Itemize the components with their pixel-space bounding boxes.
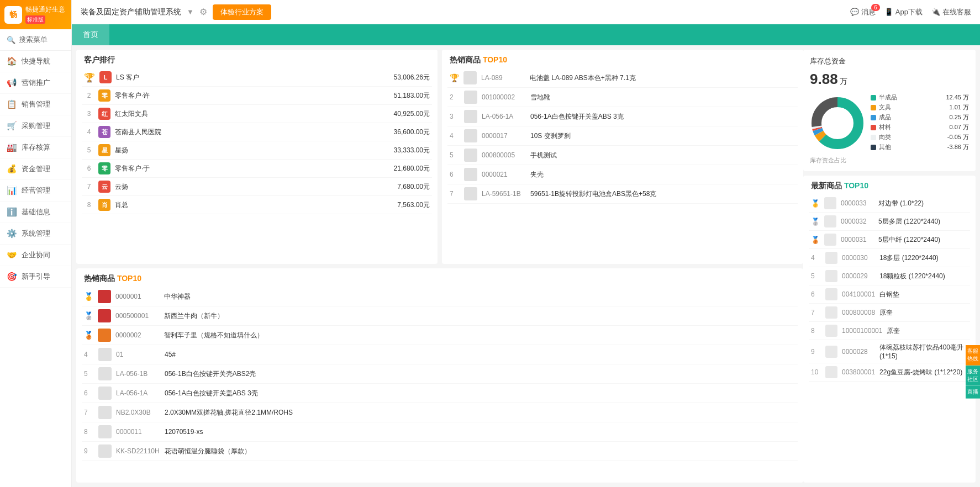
collab-icon: 🤝 — [7, 250, 17, 260]
topbar: 装备及固定资产辅助管理系统 ▼ ⚙ 体验行业方案 💬 消息 6 📱 App下载 … — [72, 0, 980, 24]
legend-item: 材料 0.07 万 — [871, 123, 969, 131]
basics-icon: ℹ️ — [7, 207, 17, 217]
new-products-panel: 最新商品 TOP10 🥇 0000033 对边带 (1.0*22) 🥈 0000… — [803, 176, 976, 483]
new-product-item: 6 004100001 白钢垫 — [809, 285, 970, 304]
phone-icon: 📱 — [884, 8, 893, 16]
system-name: 装备及固定资产辅助管理系统 — [81, 7, 181, 17]
float-service[interactable]: 客服热线 — [966, 345, 980, 366]
new-products-header: 最新商品 TOP10 — [803, 176, 976, 194]
sidebar-item-basics[interactable]: ℹ️ 基础信息 — [0, 202, 71, 223]
top-product-item: 6 0000021 夹壳 — [447, 165, 798, 184]
customer-rank-item: 8 肖 肖总 7,563.00元 — [82, 196, 432, 214]
top-product-item: 3 LA-056-1A 056-1A白色按键开关盖ABS 3克 — [447, 107, 798, 126]
customer-rank-item: 3 红 红太阳文具 40,925.00元 — [82, 105, 432, 123]
customer-rank-item: 🏆 L LS 客户 53,006.26元 — [82, 68, 432, 87]
hot-product-item: 4 01 45# — [82, 345, 798, 364]
new-product-item: 🥉 0000031 5层中纤 (1220*2440) — [809, 231, 970, 249]
hot-product-item: 🥈 000500001 新西兰牛肉（新牛） — [82, 306, 798, 326]
sidebar-search[interactable]: 🔍 搜索菜单 — [0, 29, 71, 51]
hot-product-item: 9 KK-SD22110H 花语萌恒温分腿睡袋（厚款） — [82, 442, 798, 461]
hot-products-list: 🥇 0000001 中华神器 🥈 000500001 新西兰牛肉（新牛） 🥉 0… — [76, 287, 803, 483]
purchase-icon: 🛒 — [7, 121, 17, 131]
sidebar-item-collab[interactable]: 🤝 企业协同 — [0, 245, 71, 266]
marketing-icon: 📢 — [7, 78, 17, 88]
sidebar-item-guide[interactable]: 🎯 新手引导 — [0, 266, 71, 288]
sidebar-item-purchase[interactable]: 🛒 采购管理 — [0, 115, 71, 137]
sales-icon: 📋 — [7, 99, 17, 109]
customer-rank-list: 🏆 L LS 客户 53,006.26元 2 零 零售客户·许 51,183.0… — [76, 68, 438, 264]
inventory-panel: 库存总资金 9.88 万 — [803, 50, 976, 171]
service-icon: 🔌 — [931, 8, 940, 16]
dropdown-icon[interactable]: ▼ — [187, 8, 194, 16]
top-products-panel: 热销商品 TOP10 🏆 LA-089 电池盖 LA-089 ABS本色+黑种 … — [442, 50, 803, 264]
sidebar-item-operations[interactable]: 📊 经营管理 — [0, 180, 71, 202]
service-button[interactable]: 🔌 在线客服 — [931, 7, 971, 17]
hot-product-item: 🥉 0000002 智利车子里（规格不知道填什么） — [82, 326, 798, 345]
customer-rank-item: 4 苍 苍南县人民医院 36,600.00元 — [82, 123, 432, 141]
sidebar-item-marketing[interactable]: 📢 营销推广 — [0, 72, 71, 94]
system-icon: ⚙️ — [7, 229, 17, 239]
gear-icon[interactable]: ⚙ — [199, 7, 207, 17]
customer-ranking-panel: 客户排行 🏆 L LS 客户 53,006.26元 2 零 零售客户·许 51,… — [76, 50, 438, 264]
sidebar: 畅 畅捷通好生意 标准版 🔍 搜索菜单 🏠 快捷导航 📢 营销推广 📋 销售管理… — [0, 0, 72, 487]
logo-badge: 标准版 — [25, 15, 45, 24]
sidebar-item-inventory[interactable]: 🏭 库存核算 — [0, 137, 71, 158]
legend-item: 其他 -3.86 万 — [871, 143, 969, 151]
sidebar-item-sales[interactable]: 📋 销售管理 — [0, 94, 71, 115]
message-button[interactable]: 💬 消息 6 — [850, 7, 876, 17]
customer-rank-item: 2 零 零售客户·许 51,183.00元 — [82, 87, 432, 105]
inventory-legend: 半成品 12.45 万 文具 1.01 万 成品 0.25 万 材料 0.07 … — [871, 93, 969, 153]
inventory-unit: 万 — [840, 77, 847, 86]
new-product-item: 9 0000028 体碗荔枝味苏打饮品400毫升 (1*15) — [809, 340, 970, 363]
topbar-right: 💬 消息 6 📱 App下载 🔌 在线客服 — [850, 7, 971, 17]
logo-text: 畅捷通好生意 标准版 — [25, 6, 65, 24]
sidebar-logo: 畅 畅捷通好生意 标准版 — [0, 0, 71, 29]
inventory-chart-area: 半成品 12.45 万 文具 1.01 万 成品 0.25 万 材料 0.07 … — [810, 93, 969, 153]
legend-item: 肉类 -0.05 万 — [871, 133, 969, 141]
top-product-item: 2 001000002 雪地靴 — [447, 88, 798, 107]
new-product-item: 🥈 0000032 5层多层 (1220*2440) — [809, 213, 970, 231]
main-area: 装备及固定资产辅助管理系统 ▼ ⚙ 体验行业方案 💬 消息 6 📱 App下载 … — [72, 0, 980, 487]
hot-product-item: 🥇 0000001 中华神器 — [82, 287, 798, 306]
customer-rank-item: 5 星 星扬 33,333.00元 — [82, 141, 432, 160]
float-buttons: 客服热线 服务社区 直播 — [966, 345, 980, 399]
new-product-item: 10 003800001 22g鱼豆腐-烧烤味 (1*12*20) — [809, 363, 970, 382]
trial-button[interactable]: 体验行业方案 — [213, 4, 271, 20]
guide-icon: 🎯 — [7, 272, 17, 282]
top-products-header: 热销商品 TOP10 — [442, 50, 803, 68]
top-product-item: 7 LA-59651-1B 59651-1B旋转投影灯电池盒ABS黑色+58克 — [447, 184, 798, 204]
float-community[interactable]: 服务社区 — [966, 366, 980, 386]
new-product-item: 5 0000029 18颗粒板 (1220*2440) — [809, 267, 970, 285]
donut-chart — [810, 96, 865, 151]
tab-home[interactable]: 首页 — [72, 24, 109, 45]
svg-point-6 — [822, 108, 853, 139]
sidebar-item-system[interactable]: ⚙️ 系统管理 — [0, 223, 71, 245]
inventory-caption: 库存资金占比 — [810, 156, 969, 165]
finance-icon: 💰 — [7, 164, 17, 174]
home-icon: 🏠 — [7, 56, 17, 66]
sidebar-item-nav[interactable]: 🏠 快捷导航 — [0, 51, 71, 72]
new-product-item: 🥇 0000033 对边带 (1.0*22) — [809, 194, 970, 213]
legend-item: 半成品 12.45 万 — [871, 93, 969, 102]
new-product-item: 4 0000030 18多层 (1220*2440) — [809, 249, 970, 267]
sidebar-item-finance[interactable]: 💰 资金管理 — [0, 158, 71, 180]
inventory-title: 库存总资金 — [810, 56, 969, 66]
top-product-item: 4 0000017 10S 变刹罗刹 — [447, 126, 798, 146]
customer-rank-item: 7 云 云扬 7,680.00元 — [82, 178, 432, 196]
legend-item: 文具 1.01 万 — [871, 103, 969, 112]
new-products-list: 🥇 0000033 对边带 (1.0*22) 🥈 0000032 5层多层 (1… — [803, 194, 976, 483]
hot-products-panel: 热销商品 TOP10 🥇 0000001 中华神器 🥈 000500001 新西… — [76, 268, 803, 483]
message-icon: 💬 — [850, 8, 859, 16]
inventory-big-num: 9.88 — [810, 71, 838, 87]
customer-ranking-header: 客户排行 — [76, 50, 438, 68]
legend-item: 成品 0.25 万 — [871, 113, 969, 121]
logo-icon: 畅 — [4, 6, 22, 24]
float-live[interactable]: 直播 — [966, 386, 980, 399]
inventory-icon: 🏭 — [7, 142, 17, 152]
content: 客户排行 🏆 L LS 客户 53,006.26元 2 零 零售客户·许 51,… — [72, 45, 980, 487]
app-download-button[interactable]: 📱 App下载 — [884, 7, 923, 17]
right-panel: 库存总资金 9.88 万 — [803, 45, 980, 487]
hot-product-item: 6 LA-056-1A 056-1A白色按键开关盖ABS 3壳 — [82, 384, 798, 403]
search-icon: 🔍 — [7, 36, 15, 44]
nav-tabs: 首页 — [72, 24, 980, 45]
